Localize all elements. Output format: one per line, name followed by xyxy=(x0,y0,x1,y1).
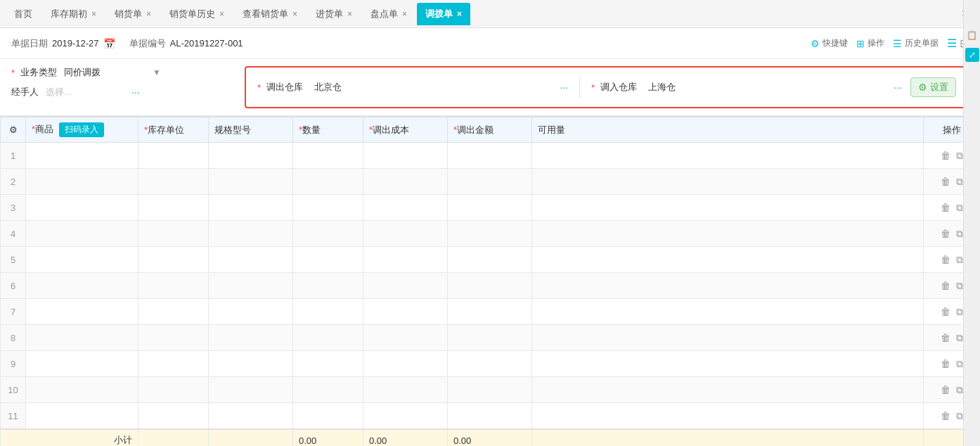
date-field: 单据日期 2019-12-27 📅 xyxy=(11,37,115,50)
business-type-dropdown[interactable]: ▼ xyxy=(153,68,161,77)
col-cost-header: *调出成本 xyxy=(363,117,448,143)
delete-icon[interactable]: 🗑 xyxy=(941,410,950,421)
in-warehouse-more-button[interactable]: ··· xyxy=(894,82,902,93)
warehouse-section: * 调出仓库 北京仓 ··· * 调入仓库 上海仓 ··· ⚙ 设置 xyxy=(245,66,969,108)
subtotal-row: 小计 0.00 0.00 0.00 xyxy=(1,429,980,446)
copy-icon[interactable]: ⧉ xyxy=(956,280,963,292)
out-warehouse-required: * xyxy=(257,82,261,93)
in-warehouse-field: * 调入仓库 上海仓 ··· xyxy=(591,81,902,94)
delete-icon[interactable]: 🗑 xyxy=(941,228,950,239)
table-row: 4🗑⧉ xyxy=(1,221,980,247)
delete-icon[interactable]: 🗑 xyxy=(941,202,950,213)
layout-icon-1[interactable]: ☰ xyxy=(947,37,957,50)
out-warehouse-more-button[interactable]: ··· xyxy=(560,82,568,93)
subtotal-label: 小计 xyxy=(1,429,138,446)
tab-inventory-init[interactable]: 库存期初 × xyxy=(42,3,105,25)
form-area: * 业务类型 同价调拨 ▼ 经手人 选择... ··· * 调出仓库 北京仓 ·… xyxy=(0,59,980,116)
tab-home[interactable]: 首页 xyxy=(6,3,41,25)
shortcuts-button[interactable]: ⚙ 快捷键 xyxy=(811,37,848,49)
delete-icon[interactable]: 🗑 xyxy=(941,254,950,265)
copy-icon[interactable]: ⧉ xyxy=(956,176,963,188)
out-warehouse-field: * 调出仓库 北京仓 ··· xyxy=(257,81,568,94)
close-sales-order[interactable]: × xyxy=(146,9,151,19)
history-icon: ☰ xyxy=(893,38,902,49)
subtotal-qty: 0.00 xyxy=(293,429,363,446)
delete-icon[interactable]: 🗑 xyxy=(941,176,950,187)
table-container: ⚙ *商品 扫码录入 *库存单位 规格型号 *数量 xyxy=(0,116,980,446)
table-row: 8🗑⧉ xyxy=(1,325,980,351)
table-body: 1🗑⧉ 2🗑⧉ 3🗑⧉ 4🗑⧉ 5🗑⧉ 6🗑⧉ 7🗑⧉ 8🗑⧉ 9🗑⧉ 10🗑⧉… xyxy=(1,143,980,447)
tab-purchase-order[interactable]: 进货单 × xyxy=(307,3,361,25)
form-left: * 业务类型 同价调拨 ▼ 经手人 选择... ··· xyxy=(11,66,236,98)
settings-button[interactable]: ⚙ 设置 xyxy=(910,77,956,97)
table-row: 9🗑⧉ xyxy=(1,351,980,377)
sidebar-expand-icon[interactable]: ⤢ xyxy=(965,48,979,62)
tab-transfer-order[interactable]: 调拨单 × xyxy=(417,3,470,25)
copy-icon[interactable]: ⧉ xyxy=(956,358,963,370)
data-table: ⚙ *商品 扫码录入 *库存单位 规格型号 *数量 xyxy=(0,117,980,446)
order-number-field: 单据编号 AL-20191227-001 xyxy=(129,37,243,50)
table-row: 10🗑⧉ xyxy=(1,377,980,403)
col-spec-header: 规格型号 xyxy=(209,117,293,143)
operations-button[interactable]: ⊞ 操作 xyxy=(856,37,884,49)
business-type-row: * 业务类型 同价调拨 ▼ xyxy=(11,66,236,79)
right-sidebar: 📋 ⤢ xyxy=(963,0,980,446)
required-marker: * xyxy=(11,68,15,78)
delete-icon[interactable]: 🗑 xyxy=(941,150,950,161)
copy-icon[interactable]: ⧉ xyxy=(956,384,963,396)
close-purchase-order[interactable]: × xyxy=(347,9,352,19)
scan-button[interactable]: 扫码录入 xyxy=(59,122,104,137)
close-sales-history[interactable]: × xyxy=(219,9,224,19)
table-row: 3🗑⧉ xyxy=(1,195,980,221)
table-row: 7🗑⧉ xyxy=(1,299,980,325)
close-view-sales[interactable]: × xyxy=(292,9,297,19)
tab-bar: 首页 库存期初 × 销货单 × 销货单历史 × 查看销货单 × 进货单 × 盘点… xyxy=(0,0,980,28)
delete-icon[interactable]: 🗑 xyxy=(941,306,950,317)
delete-icon[interactable]: 🗑 xyxy=(941,332,950,343)
table-row: 6🗑⧉ xyxy=(1,273,980,299)
copy-icon[interactable]: ⧉ xyxy=(956,202,963,214)
copy-icon[interactable]: ⧉ xyxy=(956,410,963,422)
table-row: 5🗑⧉ xyxy=(1,247,980,273)
handler-row: 经手人 选择... ··· xyxy=(11,86,236,98)
calendar-icon[interactable]: 📅 xyxy=(103,38,115,49)
table-row: 11 🗑⧉ xyxy=(1,403,980,430)
sidebar-notes-icon[interactable]: 📋 xyxy=(965,28,979,42)
subtotal-amount: 0.00 xyxy=(448,429,532,446)
delete-icon[interactable]: 🗑 xyxy=(941,358,950,369)
gear-icon: ⚙ xyxy=(918,82,927,93)
table-header-row: ⚙ *商品 扫码录入 *库存单位 规格型号 *数量 xyxy=(1,117,980,143)
copy-icon[interactable]: ⧉ xyxy=(956,150,963,162)
history-button[interactable]: ☰ 历史单据 xyxy=(893,37,939,49)
close-transfer-order[interactable]: × xyxy=(457,9,462,19)
shortcuts-icon: ⚙ xyxy=(811,38,820,49)
operations-icon: ⊞ xyxy=(856,38,865,49)
copy-icon[interactable]: ⧉ xyxy=(956,306,963,318)
gear-icon[interactable]: ⚙ xyxy=(9,125,18,135)
col-gear-header[interactable]: ⚙ xyxy=(1,117,26,143)
tab-inventory-check[interactable]: 盘点单 × xyxy=(362,3,415,25)
delete-icon[interactable]: 🗑 xyxy=(941,384,950,395)
copy-icon[interactable]: ⧉ xyxy=(956,228,963,240)
table-row: 1🗑⧉ xyxy=(1,143,980,169)
col-product-header: *商品 扫码录入 xyxy=(26,117,138,143)
warehouse-divider xyxy=(579,77,580,98)
handler-more-button[interactable]: ··· xyxy=(131,87,140,98)
col-unit-header: *库存单位 xyxy=(138,117,209,143)
col-amount-header: *调出金额 xyxy=(448,117,532,143)
copy-icon[interactable]: ⧉ xyxy=(956,332,963,344)
close-inventory-init[interactable]: × xyxy=(91,9,96,19)
col-available-header: 可用量 xyxy=(532,117,924,143)
toolbar-right: ⚙ 快捷键 ⊞ 操作 ☰ 历史单据 ☰ ⊞ xyxy=(811,37,969,50)
toolbar: 单据日期 2019-12-27 📅 单据编号 AL-20191227-001 ⚙… xyxy=(0,28,980,59)
tab-sales-history[interactable]: 销货单历史 × xyxy=(161,3,233,25)
tab-sales-order[interactable]: 销货单 × xyxy=(106,3,160,25)
in-warehouse-required: * xyxy=(591,82,595,93)
table-row: 2🗑⧉ xyxy=(1,169,980,195)
delete-icon[interactable]: 🗑 xyxy=(941,280,950,291)
tab-view-sales[interactable]: 查看销货单 × xyxy=(234,3,306,25)
close-inventory-check[interactable]: × xyxy=(402,9,407,19)
subtotal-cost: 0.00 xyxy=(363,429,448,446)
copy-icon[interactable]: ⧉ xyxy=(956,254,963,266)
col-qty-header: *数量 xyxy=(293,117,363,143)
